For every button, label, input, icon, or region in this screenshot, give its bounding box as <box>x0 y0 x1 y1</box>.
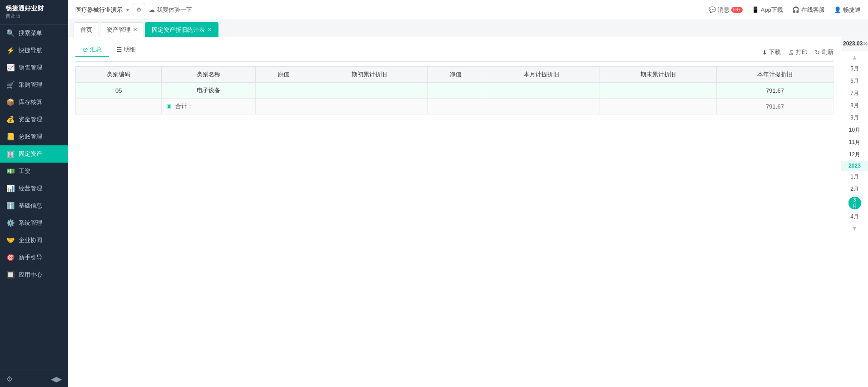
service-button[interactable]: 🎧 在线客服 <box>792 6 825 14</box>
date-scroll-up-icon[interactable]: ▲ <box>841 52 868 63</box>
sidebar-menu: 🔍搜索菜单⚡快捷导航📈销售管理🛒采购管理📦库存核算💰资金管理📒总账管理🏢固定资产… <box>0 25 68 371</box>
sidebar-item-operations[interactable]: 📊经营管理 <box>0 180 68 197</box>
sidebar-item-finance[interactable]: 💰资金管理 <box>0 111 68 128</box>
cell-yearly: 791.67 <box>716 83 833 99</box>
sales-icon: 📈 <box>6 64 15 72</box>
date-month-8[interactable]: 8月 <box>841 99 868 112</box>
subtotal-period-acc <box>600 99 717 114</box>
finance-icon: 💰 <box>6 115 15 124</box>
message-badge: 99+ <box>731 7 743 13</box>
sidebar-label-inventory: 库存核算 <box>19 98 42 106</box>
sidebar-label-system: 系统管理 <box>19 219 42 227</box>
sub-tab-detail[interactable]: ☰ 明细 <box>109 43 143 57</box>
sidebar-item-ledger[interactable]: 📒总账管理 <box>0 128 68 145</box>
sidebar-label-guide: 新手引导 <box>19 253 42 262</box>
date-panel-header: 2023.03 ✕ ⤢ <box>841 37 868 50</box>
sidebar-item-inventory[interactable]: 📦库存核算 <box>0 94 68 111</box>
sidebar: 畅捷通好业财 普及版 🔍搜索菜单⚡快捷导航📈销售管理🛒采购管理📦库存核算💰资金管… <box>0 0 68 387</box>
sidebar-label-search: 搜索菜单 <box>19 29 42 37</box>
company-chevron-icon[interactable]: ▾ <box>126 7 129 13</box>
col-header-yearly: 本年计提折旧 <box>716 67 833 83</box>
avatar-icon: 👤 <box>834 6 841 13</box>
guide-icon: 🎯 <box>6 253 15 262</box>
col-header-original: 原值 <box>256 67 311 83</box>
detail-icon: ☰ <box>116 46 122 53</box>
date-month-11[interactable]: 11月 <box>841 136 868 149</box>
user-button[interactable]: 👤 畅捷通 <box>834 6 861 14</box>
print-button[interactable]: 🖨 打印 <box>788 48 808 56</box>
subtotal-name-cell: ▣ 合计： <box>162 99 256 114</box>
topbar: 医疗器械行业演示 ▾ ⚙ ☁ 我要体验一下 💬 消息 99+ 📱 App下载 🎧 <box>68 0 868 20</box>
date-month-4[interactable]: 4月 <box>841 211 868 223</box>
date-month-3-active[interactable]: 3月 <box>848 197 861 209</box>
tab-asset-mgmt[interactable]: 资产管理 ✕ <box>100 22 144 37</box>
settings-gear-button[interactable]: ⚙ <box>133 4 145 16</box>
download-button[interactable]: ⬇ 下载 <box>762 48 781 56</box>
cell-initial-acc <box>311 83 428 99</box>
cell-monthly <box>483 83 600 99</box>
date-month-5[interactable]: 5月 <box>841 63 868 75</box>
sidebar-item-quick-nav[interactable]: ⚡快捷导航 <box>0 42 68 59</box>
sidebar-label-app-center: 应用中心 <box>19 271 42 279</box>
inventory-icon: 📦 <box>6 98 15 106</box>
payroll-icon: 💵 <box>6 167 15 175</box>
col-header-initial-acc: 期初累计折旧 <box>311 67 428 83</box>
sidebar-item-search[interactable]: 🔍搜索菜单 <box>0 25 68 42</box>
sidebar-item-sales[interactable]: 📈销售管理 <box>0 59 68 76</box>
message-button[interactable]: 💬 消息 99+ <box>709 6 743 14</box>
date-month-7[interactable]: 7月 <box>841 87 868 99</box>
sidebar-item-payroll[interactable]: 💵工资 <box>0 163 68 180</box>
toggle-sidebar-icon[interactable]: ◀▶ <box>51 375 62 383</box>
date-panel-body[interactable]: ▲ 5月 6月 7月 8月 9月 10月 11月 12月 2023 1月 2月 … <box>841 50 868 387</box>
date-month-6[interactable]: 6月 <box>841 75 868 87</box>
search-icon: 🔍 <box>6 29 15 37</box>
download-label: App下载 <box>761 6 783 14</box>
download-app-button[interactable]: 📱 App下载 <box>752 6 783 14</box>
company-name[interactable]: 医疗器械行业演示 <box>75 6 123 14</box>
sidebar-item-app-center[interactable]: 🔲应用中心 <box>0 266 68 283</box>
sidebar-label-cooperation: 企业协同 <box>19 236 42 244</box>
cell-net <box>428 83 483 99</box>
tab-home[interactable]: 首页 <box>74 22 99 37</box>
tab-depreciation-close-icon[interactable]: ✕ <box>208 27 212 33</box>
content-area: ⊙ 汇总 ☰ 明细 ⬇ 下载 🖨 打印 <box>68 37 868 387</box>
sidebar-label-basic-info: 基础信息 <box>19 202 42 210</box>
date-month-9[interactable]: 9月 <box>841 112 868 124</box>
sidebar-item-purchase[interactable]: 🛒采购管理 <box>0 76 68 94</box>
date-month-1[interactable]: 1月 <box>841 171 868 183</box>
experience-button[interactable]: ☁ 我要体验一下 <box>149 6 192 14</box>
date-panel-title: 2023.03 <box>843 40 863 47</box>
sub-tab-detail-label: 明细 <box>124 45 136 54</box>
refresh-button[interactable]: ↻ 刷新 <box>815 48 833 56</box>
subtotal-original <box>256 99 311 114</box>
col-header-net: 净值 <box>428 67 483 83</box>
date-scroll-down-icon[interactable]: ▼ <box>841 223 868 233</box>
tab-depreciation[interactable]: 固定资产折旧统计表 ✕ <box>145 22 218 37</box>
sidebar-label-payroll: 工资 <box>19 167 30 175</box>
sidebar-label-fixed-assets: 固定资产 <box>19 150 42 158</box>
sidebar-item-fixed-assets[interactable]: 🏢固定资产 <box>0 145 68 163</box>
date-month-10[interactable]: 10月 <box>841 124 868 136</box>
date-month-12[interactable]: 12月 <box>841 149 868 161</box>
sub-tab-summary[interactable]: ⊙ 汇总 <box>75 43 109 57</box>
sidebar-item-system[interactable]: ⚙️系统管理 <box>0 214 68 232</box>
fixed-assets-icon: 🏢 <box>6 150 15 158</box>
download-toolbar-label: 下载 <box>769 48 781 56</box>
sidebar-item-guide[interactable]: 🎯新手引导 <box>0 249 68 266</box>
sidebar-item-cooperation[interactable]: 🤝企业协同 <box>0 232 68 249</box>
col-header-period-acc: 期末累计折旧 <box>600 67 717 83</box>
col-header-code: 类别编码 <box>76 67 162 83</box>
topbar-left: 医疗器械行业演示 ▾ ⚙ ☁ 我要体验一下 <box>75 4 192 16</box>
experience-label: 我要体验一下 <box>157 6 192 14</box>
user-label: 畅捷通 <box>843 6 861 14</box>
date-panel-close-icon[interactable]: ✕ <box>863 40 868 47</box>
cell-original <box>256 83 311 99</box>
tab-asset-mgmt-close-icon[interactable]: ✕ <box>133 27 137 33</box>
sidebar-item-basic-info[interactable]: ℹ️基础信息 <box>0 197 68 214</box>
toolbar: ⬇ 下载 🖨 打印 ↻ 刷新 <box>762 48 833 56</box>
subtotal-net <box>428 99 483 114</box>
settings-icon[interactable]: ⚙ <box>6 375 13 383</box>
date-month-2[interactable]: 2月 <box>841 183 868 195</box>
depreciation-table: 类别编码 类别名称 原值 期初累计折旧 净值 本月计提折旧 期末累计折旧 本年计… <box>75 66 833 114</box>
message-label: 消息 <box>718 6 729 14</box>
